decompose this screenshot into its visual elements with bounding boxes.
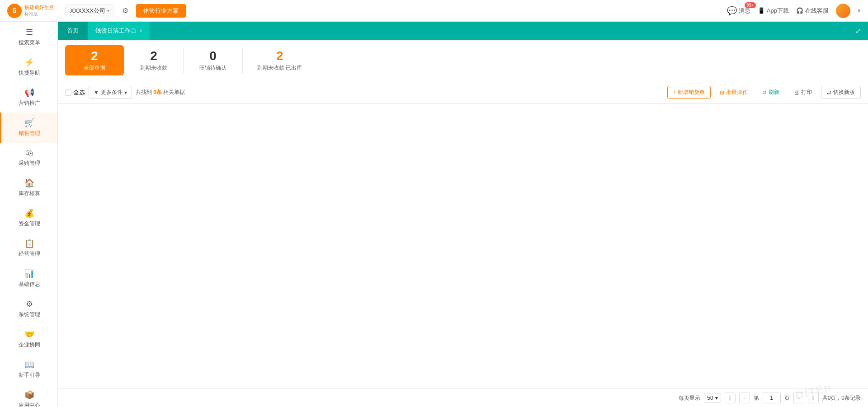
last-page-button[interactable]: ⟫ bbox=[808, 393, 819, 403]
avatar[interactable] bbox=[836, 4, 850, 18]
sidebar-item-enterprise[interactable]: 🤝 企业协同 bbox=[0, 324, 57, 354]
operations-icon: 📋 bbox=[24, 239, 34, 248]
found-prefix: 共找到 bbox=[136, 89, 152, 95]
sidebar-item-label: 企业协同 bbox=[19, 341, 40, 349]
total-info: 共0页，0条记录 bbox=[822, 394, 861, 402]
settings-button[interactable]: ⚙ bbox=[118, 4, 132, 18]
user-menu-button[interactable]: ▾ bbox=[858, 7, 861, 14]
refresh-button[interactable]: ↺ 刷新 bbox=[757, 86, 785, 98]
page-label-end: 页 bbox=[784, 394, 790, 402]
system-icon: ⚙ bbox=[26, 299, 33, 309]
stat-label-shipped: 到期未收款 已出库 bbox=[257, 64, 302, 72]
logo-area: 6 畅捷通好生意 标准版 bbox=[7, 4, 65, 18]
sidebar-item-label: 经营管理 bbox=[19, 250, 40, 258]
notification-button[interactable]: 💬 消息 99+ bbox=[727, 6, 750, 16]
app-center-icon: 📦 bbox=[24, 390, 34, 400]
batch-icon: ⊞ bbox=[720, 89, 724, 96]
per-page-select[interactable]: 50 ▾ bbox=[704, 393, 721, 403]
online-service-button[interactable]: 🎧 在线客服 bbox=[796, 7, 829, 15]
per-page-dropdown-arrow: ▾ bbox=[715, 395, 718, 401]
enterprise-icon: 🤝 bbox=[24, 329, 34, 339]
company-selector[interactable]: XXXXXX公司 ▾ bbox=[65, 5, 114, 17]
stat-card-overdue[interactable]: 2 到期未收款 bbox=[124, 45, 183, 75]
prev-page-button[interactable]: ＜ bbox=[739, 393, 750, 403]
finance-icon: 💰 bbox=[24, 208, 34, 218]
service-icon: 🎧 bbox=[796, 7, 803, 14]
sales-icon: 🛒 bbox=[24, 118, 34, 128]
top-bar: 6 畅捷通好生意 标准版 XXXXXX公司 ▾ ⚙ 体验行业方案 💬 消息 99… bbox=[0, 0, 868, 22]
main-layout: ☰ 搜索菜单 ⚡ 快捷导航 📢 营销推广 🛒 销售管理 🛍 采购管理 🏠 库存核… bbox=[0, 22, 868, 407]
top-right-area: 💬 消息 99+ 📱 App下载 🎧 在线客服 ▾ bbox=[727, 4, 861, 18]
stat-count-shipped: 2 bbox=[276, 49, 283, 63]
stat-card-all[interactable]: 2 全部单据 bbox=[65, 45, 124, 75]
tab-bar: 首页 钱货日清工作台 × － ⤢ bbox=[58, 22, 868, 40]
sidebar-item-inventory[interactable]: 🏠 库存核算 bbox=[0, 173, 57, 203]
batch-operation-button[interactable]: ⊞ 批量操作 bbox=[714, 86, 753, 98]
tab-home[interactable]: 首页 bbox=[58, 22, 88, 40]
logo-text: 畅捷通好生意 bbox=[24, 4, 54, 10]
sidebar-item-label: 资金管理 bbox=[19, 220, 40, 228]
sidebar-item-base-info[interactable]: 📊 基础信息 bbox=[0, 263, 57, 294]
stat-card-shipped[interactable]: 2 到期未收款 已出库 bbox=[243, 45, 316, 75]
sidebar-item-label: 库存核算 bbox=[19, 190, 40, 197]
sidebar: ☰ 搜索菜单 ⚡ 快捷导航 📢 营销推广 🛒 销售管理 🛍 采购管理 🏠 库存核… bbox=[0, 22, 58, 407]
select-all-label: 全选 bbox=[73, 89, 85, 97]
first-page-button[interactable]: ⟪ bbox=[725, 393, 736, 403]
quick-nav-icon: ⚡ bbox=[24, 57, 34, 67]
trial-button[interactable]: 体验行业方案 bbox=[136, 4, 186, 18]
page-number-input[interactable] bbox=[763, 393, 781, 403]
tab-expand-button[interactable]: ⤢ bbox=[852, 24, 864, 37]
logo-sub: 标准版 bbox=[24, 11, 54, 17]
stat-card-pending[interactable]: 0 旺铺待确认 bbox=[184, 45, 242, 75]
batch-label: 批量操作 bbox=[726, 89, 748, 96]
filter-button[interactable]: ▼ 更多条件 ▾ bbox=[89, 86, 132, 99]
tab-work-bench-label: 钱货日清工作台 bbox=[95, 27, 137, 35]
new-sale-order-label: + 新增销货单 bbox=[673, 89, 705, 96]
switch-label: 切换新版 bbox=[833, 89, 855, 96]
tab-minimize-button[interactable]: － bbox=[838, 24, 851, 37]
page-label: 第 bbox=[754, 394, 759, 402]
content-area: 首页 钱货日清工作台 × － ⤢ 2 全部单据 2 bbox=[58, 22, 868, 407]
sidebar-item-label: 新手引导 bbox=[19, 371, 40, 379]
stat-count-pending: 0 bbox=[209, 49, 217, 63]
toolbar-right: + 新增销货单 ⊞ 批量操作 ↺ 刷新 🖨 打印 ⇄ bbox=[667, 86, 861, 99]
sidebar-item-label: 搜索菜单 bbox=[19, 39, 40, 47]
found-suffix: 相关单据 bbox=[163, 89, 185, 95]
select-all-checkbox[interactable]: 全选 bbox=[65, 89, 85, 97]
stat-label-pending: 旺铺待确认 bbox=[199, 64, 226, 72]
found-text: 共找到 0条 相关单据 bbox=[136, 89, 185, 96]
sidebar-item-sales[interactable]: 🛒 销售管理 bbox=[0, 112, 57, 143]
stats-row: 2 全部单据 2 到期未收款 0 旺铺待确认 2 到期未收款 已出库 bbox=[58, 40, 868, 81]
sidebar-item-guide[interactable]: 📖 新手引导 bbox=[0, 354, 57, 384]
tab-bar-actions: － ⤢ bbox=[838, 24, 868, 37]
new-sale-order-button[interactable]: + 新增销货单 bbox=[667, 86, 711, 99]
print-button[interactable]: 🖨 打印 bbox=[788, 86, 817, 98]
sidebar-item-app-center[interactable]: 📦 应用中心 bbox=[0, 384, 57, 407]
sidebar-item-marketing[interactable]: 📢 营销推广 bbox=[0, 82, 57, 112]
found-count: 0条 bbox=[153, 89, 162, 95]
next-page-button[interactable]: ＞ bbox=[793, 393, 804, 403]
notification-badge: 99+ bbox=[745, 2, 756, 8]
sidebar-item-label: 应用中心 bbox=[19, 402, 40, 407]
stat-count-all: 2 bbox=[91, 49, 98, 63]
tab-work-bench[interactable]: 钱货日清工作台 × bbox=[88, 22, 150, 40]
company-name: XXXXXX公司 bbox=[70, 7, 105, 15]
sidebar-item-finance[interactable]: 💰 资金管理 bbox=[0, 203, 57, 233]
avatar-image bbox=[836, 4, 850, 18]
purchase-icon: 🛍 bbox=[25, 148, 33, 158]
print-icon: 🖨 bbox=[794, 89, 799, 96]
sidebar-item-search-menu[interactable]: ☰ 搜索菜单 bbox=[0, 22, 57, 52]
sidebar-item-label: 系统管理 bbox=[19, 311, 40, 318]
stat-label-overdue: 到期未收款 bbox=[140, 64, 167, 72]
sidebar-item-purchase[interactable]: 🛍 采购管理 bbox=[0, 143, 57, 173]
filter-icon: ▼ bbox=[94, 89, 99, 96]
sidebar-item-operations[interactable]: 📋 经营管理 bbox=[0, 233, 57, 263]
print-label: 打印 bbox=[801, 89, 812, 96]
tab-close-button[interactable]: × bbox=[139, 28, 142, 34]
sidebar-item-system[interactable]: ⚙ 系统管理 bbox=[0, 294, 57, 324]
sidebar-item-quick-nav[interactable]: ⚡ 快捷导航 bbox=[0, 52, 57, 82]
pagination-bar: 每页显示 50 ▾ ⟪ ＜ 第 页 ＞ ⟫ 共0页，0条记录 bbox=[58, 388, 868, 407]
switch-version-button[interactable]: ⇄ 切换新版 bbox=[821, 86, 861, 99]
app-download-button[interactable]: 📱 App下载 bbox=[758, 7, 789, 15]
tab-home-label: 首页 bbox=[67, 27, 79, 35]
